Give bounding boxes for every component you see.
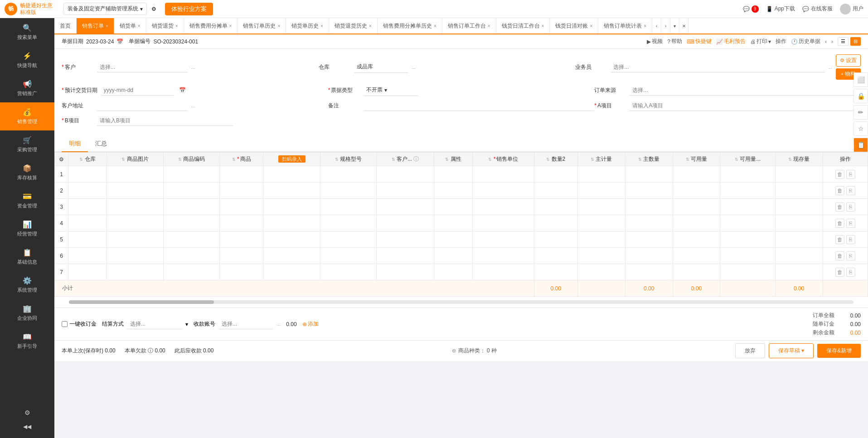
sidebar-item-search[interactable]: 🔍 搜索菜单 <box>0 18 54 46</box>
row3-main-quantity[interactable] <box>625 199 673 215</box>
user-btn[interactable]: 用户 <box>840 4 863 14</box>
tab-close-sales-order-workbench[interactable]: × <box>488 24 490 29</box>
row5-delete-btn[interactable]: 🗑 <box>835 235 844 244</box>
tab-close-sales-fee-split[interactable]: × <box>229 24 232 29</box>
account-more-btn[interactable]: ... <box>277 322 281 327</box>
float-btn-5[interactable]: 📋 <box>853 138 868 152</box>
a-project-input[interactable] <box>630 101 861 111</box>
messages-btn[interactable]: 💬 9 <box>743 5 759 13</box>
row3-unit[interactable] <box>473 199 534 215</box>
row2-unit[interactable] <box>473 183 534 199</box>
sidebar-item-system[interactable]: ⚙️ 系统管理 <box>0 271 54 299</box>
tab-close-sales-return[interactable]: × <box>175 24 178 29</box>
print-btn[interactable]: 🖨 打印 ▾ <box>750 38 771 45</box>
tab-close-sales-order[interactable]: × <box>106 24 108 29</box>
row2-product-code[interactable] <box>163 183 219 199</box>
salesman-more-btn[interactable]: ... <box>829 65 832 70</box>
warehouse-more-btn[interactable]: ... <box>412 65 416 70</box>
tab-close-cash-reconcile[interactable]: × <box>590 24 592 29</box>
float-btn-1[interactable]: ⬜ <box>853 72 868 87</box>
row3-product-code[interactable] <box>163 199 219 215</box>
payment-account-input[interactable] <box>219 319 273 329</box>
tab-close-sales-invoice[interactable]: × <box>138 24 141 29</box>
history-link[interactable]: 🕐 历史单据 <box>791 38 820 45</box>
row1-quantity2[interactable] <box>534 166 577 183</box>
tab-close-cash-daily-workbench[interactable]: × <box>542 24 544 29</box>
prev-record-btn[interactable]: ‹ <box>825 39 827 45</box>
row3-warehouse[interactable] <box>68 199 107 215</box>
calendar-icon[interactable]: 📅 <box>116 39 123 45</box>
row2-copy-btn[interactable]: ⎘ <box>846 186 855 195</box>
tab-sales-invoice[interactable]: 销货单 × <box>114 18 146 34</box>
row3-product-image[interactable] <box>107 199 163 215</box>
sidebar-item-sales[interactable]: 💰 销售管理 <box>0 102 54 130</box>
row3-available-more[interactable] <box>720 199 775 215</box>
sidebar-item-enterprise[interactable]: 🏢 企业协同 <box>0 299 54 327</box>
sidebar-item-basics[interactable]: 📋 基础信息 <box>0 243 54 271</box>
online-service-btn[interactable]: 💬 在线客服 <box>802 5 833 13</box>
note-input[interactable] <box>364 101 595 111</box>
row6-copy-btn[interactable]: ⎘ <box>846 251 855 260</box>
shortcut-link[interactable]: ⌨ 快捷键 <box>687 38 712 45</box>
row3-customer-code[interactable] <box>377 199 434 215</box>
row1-product-image[interactable] <box>107 166 163 183</box>
row1-available[interactable] <box>673 166 720 183</box>
customer-address-input[interactable] <box>97 101 188 111</box>
float-btn-3[interactable]: ✏ <box>853 105 868 120</box>
row2-customer-code[interactable] <box>377 183 434 199</box>
float-btn-4[interactable]: ☆ <box>853 121 868 136</box>
sidebar-item-marketing[interactable]: 📢 营销推广 <box>0 74 54 102</box>
row5-copy-btn[interactable]: ⎘ <box>846 235 855 244</box>
settings-btn[interactable]: ⚙ 设置 <box>836 54 861 67</box>
sidebar-settings-btn[interactable]: ⚙ <box>0 405 54 420</box>
order-source-input[interactable] <box>630 85 854 96</box>
operation-link[interactable]: 操作 <box>776 38 786 45</box>
one-click-deposit-checkbox[interactable]: 一键收订金 <box>62 320 97 328</box>
row2-stock[interactable] <box>775 183 823 199</box>
discard-btn[interactable]: 放弃 <box>735 343 765 358</box>
row3-quantity2[interactable] <box>534 199 577 215</box>
row2-available-more[interactable] <box>720 183 775 199</box>
salesman-input[interactable] <box>611 62 824 72</box>
tab-close-sales-return-history[interactable]: × <box>369 24 372 29</box>
row1-spec[interactable] <box>320 166 376 183</box>
help-link[interactable]: ? 帮助 <box>667 38 682 45</box>
float-btn-2[interactable]: 🔒 <box>853 89 868 103</box>
grid-view-btn[interactable]: ⊞ <box>850 37 861 46</box>
row1-stock[interactable] <box>775 166 823 183</box>
row1-attribute[interactable] <box>434 166 472 183</box>
detail-tab-mingxi[interactable]: 明细 <box>62 136 88 152</box>
sidebar-item-purchase[interactable]: 🛒 采购管理 <box>0 130 54 159</box>
row7-delete-btn[interactable]: 🗑 <box>835 268 844 277</box>
add-payment-btn[interactable]: ⊕ 添加 <box>302 320 319 328</box>
th-settings[interactable]: ⚙ <box>55 153 68 166</box>
save-draft-btn[interactable]: 保存草稿 ▾ <box>769 343 814 358</box>
row2-main-unit[interactable] <box>577 183 625 199</box>
trial-btn[interactable]: 体验行业方案 <box>165 3 213 15</box>
tab-sales-order-history[interactable]: 销售订单历史 × <box>238 18 286 34</box>
detail-tab-huizong[interactable]: 汇总 <box>88 136 114 152</box>
row2-available[interactable] <box>673 183 720 199</box>
row3-stock[interactable] <box>775 199 823 215</box>
row1-product[interactable] <box>220 166 263 183</box>
delivery-date-input[interactable] <box>101 85 174 96</box>
customer-input[interactable] <box>97 62 188 72</box>
settings-icon[interactable]: ⚙ <box>147 6 160 12</box>
invoice-type-select[interactable]: 不开票 ▾ <box>364 84 418 96</box>
row2-product[interactable] <box>220 183 263 199</box>
tab-sales-stats[interactable]: 销售订单统计表 × <box>598 18 652 34</box>
row1-delete-btn[interactable]: 🗑 <box>835 170 844 179</box>
tab-sales-order-workbench[interactable]: 销售订单工作台 × <box>442 18 496 34</box>
payment-method-input[interactable] <box>127 319 182 329</box>
row2-main-quantity[interactable] <box>625 183 673 199</box>
tab-close-sales-stats[interactable]: × <box>644 24 646 29</box>
payment-method-dropdown[interactable]: ▾ <box>185 321 188 327</box>
system-selector[interactable]: 装备及固定资产辅助管理系统 ▾ <box>63 3 147 15</box>
row3-copy-btn[interactable]: ⎘ <box>846 202 855 212</box>
list-view-btn[interactable]: ☰ <box>838 37 849 46</box>
tab-sales-return[interactable]: 销货退货 × <box>146 18 184 34</box>
tab-sales-invoice-history[interactable]: 销货单历史 × <box>286 18 329 34</box>
tab-next-btn[interactable]: › <box>661 18 670 34</box>
next-record-btn[interactable]: › <box>831 39 833 45</box>
row3-available[interactable] <box>673 199 720 215</box>
